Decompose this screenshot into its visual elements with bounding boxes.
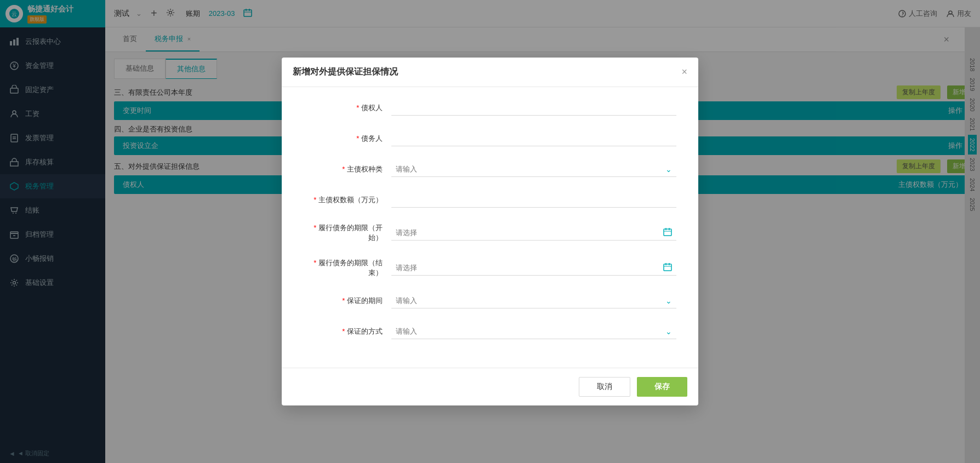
claim-type-label: * 主债权种类 bbox=[304, 164, 391, 174]
modal-title: 新增对外提供保证担保情况 bbox=[293, 66, 398, 78]
period-start-required: * bbox=[314, 224, 316, 232]
claim-type-select-wrapper: ⌄ bbox=[391, 162, 676, 177]
form-row-period-start: * 履行债务的期限（开始） bbox=[304, 223, 676, 243]
claim-type-required: * bbox=[342, 165, 345, 173]
creditor-input[interactable] bbox=[391, 100, 676, 116]
form-row-guarantee-method: * 保证的方式 ⌄ bbox=[304, 324, 676, 339]
period-start-label: * 履行债务的期限（开始） bbox=[304, 223, 391, 243]
form-row-guarantee-period: * 保证的期间 ⌄ bbox=[304, 293, 676, 308]
form-row-claim-type: * 主债权种类 ⌄ bbox=[304, 162, 676, 177]
debtor-label: * 债务人 bbox=[304, 134, 391, 144]
form-row-creditor: * 债权人 bbox=[304, 100, 676, 116]
period-end-required: * bbox=[314, 259, 316, 267]
claim-amount-required: * bbox=[314, 196, 316, 204]
cancel-button[interactable]: 取消 bbox=[579, 377, 630, 397]
claim-type-dropdown-icon[interactable]: ⌄ bbox=[665, 165, 676, 174]
save-button[interactable]: 保存 bbox=[637, 377, 687, 397]
guarantee-method-required: * bbox=[342, 327, 345, 335]
guarantee-method-label: * 保证的方式 bbox=[304, 327, 391, 336]
guarantee-method-select-wrapper: ⌄ bbox=[391, 324, 676, 339]
modal-header: 新增对外提供保证担保情况 × bbox=[282, 58, 698, 87]
guarantee-method-input[interactable] bbox=[391, 324, 665, 339]
period-start-input[interactable] bbox=[391, 225, 663, 240]
claim-type-input[interactable] bbox=[391, 162, 665, 176]
svg-rect-33 bbox=[664, 264, 671, 271]
guarantee-period-dropdown-icon[interactable]: ⌄ bbox=[665, 296, 676, 305]
period-start-date-wrapper bbox=[391, 225, 676, 241]
period-end-label: * 履行债务的期限（结束） bbox=[304, 258, 391, 278]
modal-footer: 取消 保存 bbox=[282, 368, 698, 405]
creditor-label: * 债权人 bbox=[304, 103, 391, 113]
period-end-input[interactable] bbox=[391, 260, 663, 275]
period-start-calendar-icon[interactable] bbox=[663, 227, 676, 238]
guarantee-period-input[interactable] bbox=[391, 293, 665, 308]
modal-body: * 债权人 * 债务人 * 主债权种类 bbox=[282, 87, 698, 368]
modal-dialog: 新增对外提供保证担保情况 × * 债权人 * 债务人 bbox=[282, 58, 698, 405]
guarantee-method-dropdown-icon[interactable]: ⌄ bbox=[665, 327, 676, 336]
guarantee-period-label: * 保证的期间 bbox=[304, 296, 391, 306]
form-row-claim-amount: * 主债权数额（万元） bbox=[304, 192, 676, 208]
modal-overlay: 新增对外提供保证担保情况 × * 债权人 * 债务人 bbox=[0, 0, 980, 463]
debtor-input[interactable] bbox=[391, 131, 676, 146]
claim-amount-input[interactable] bbox=[391, 192, 676, 208]
debtor-required: * bbox=[356, 134, 359, 142]
guarantee-period-required: * bbox=[342, 296, 345, 305]
claim-amount-label: * 主债权数额（万元） bbox=[304, 195, 391, 205]
form-row-period-end: * 履行债务的期限（结束） bbox=[304, 258, 676, 278]
svg-rect-29 bbox=[664, 229, 671, 236]
creditor-required: * bbox=[356, 104, 359, 112]
form-row-debtor: * 债务人 bbox=[304, 131, 676, 146]
period-end-calendar-icon[interactable] bbox=[663, 262, 676, 273]
guarantee-period-select-wrapper: ⌄ bbox=[391, 293, 676, 308]
modal-close-button[interactable]: × bbox=[681, 66, 687, 78]
period-end-date-wrapper bbox=[391, 260, 676, 276]
